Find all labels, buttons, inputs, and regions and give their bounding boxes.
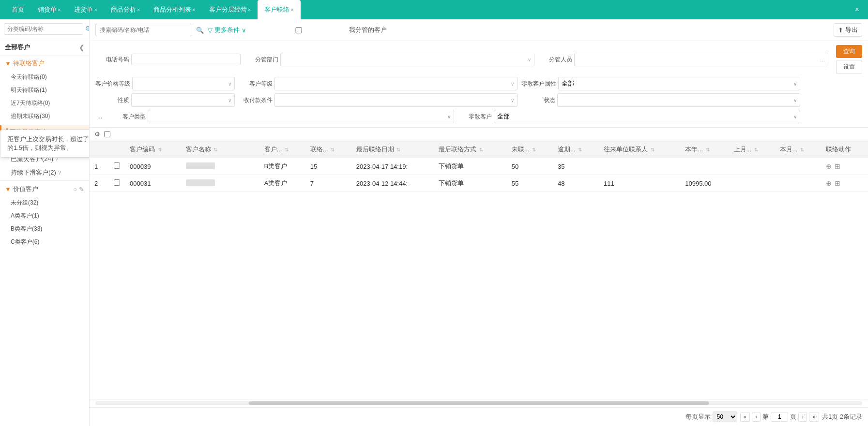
nav-purchase[interactable]: 进货单 × <box>67 0 104 19</box>
sidebar-declining-customers[interactable]: 持续下滑客户(2) ? <box>0 166 89 179</box>
sidebar-c-customers[interactable]: C类客户(6) <box>0 235 89 249</box>
row2-no: 2 <box>90 175 109 192</box>
row1-method-link[interactable]: 下销货单 <box>439 162 464 170</box>
prev-page-btn[interactable]: ‹ <box>752 412 761 422</box>
scroll-thumb[interactable] <box>249 401 709 405</box>
sidebar-a-customers[interactable]: A类客户(1) <box>0 209 89 222</box>
person-label: 分管人员 <box>538 56 572 64</box>
phone-input[interactable] <box>131 54 241 65</box>
filter-row-3: 性质 ∨ 收付款条件 ∨ 状态 <box>95 93 862 107</box>
phone-label: 电话号码 <box>95 56 129 64</box>
sidebar-wait-contact-section[interactable]: ▼ 待联络客户 <box>0 56 89 71</box>
retail-customer-select[interactable]: 全部 ∨ <box>494 110 800 123</box>
col-this-month: 本月... ⇅ <box>775 141 821 158</box>
sidebar-value-customer-group[interactable]: ▼ 价值客户 ○ ✎ <box>0 182 89 196</box>
filter-row-4: ... 客户类型 ∨ 零散客户 全部 ∨ <box>95 110 862 123</box>
row2-link-icon[interactable]: ⊕ <box>826 179 832 187</box>
person-select[interactable]: … <box>574 53 828 66</box>
select-all-checkbox[interactable] <box>104 131 110 137</box>
export-btn[interactable]: ⬆ 导出 <box>834 23 862 37</box>
sidebar-7day-contact[interactable]: 近7天待联络(0) <box>0 97 89 110</box>
sidebar-search-input[interactable] <box>4 23 83 35</box>
nav-product-analysis[interactable]: 商品分析 × <box>104 0 147 19</box>
next-page-btn[interactable]: › <box>798 412 807 422</box>
col-this-year: 本年... ⇅ <box>680 141 729 158</box>
row2-select[interactable] <box>114 179 120 186</box>
row1-checkbox <box>109 158 125 175</box>
value-edit-icon[interactable]: ○ <box>73 186 77 193</box>
sidebar-search-icon[interactable]: 🔍 <box>85 26 90 33</box>
row1-grid-icon[interactable]: ⊞ <box>835 162 840 170</box>
nav-home[interactable]: 首页 <box>5 0 31 19</box>
sidebar-collapse-btn[interactable]: ❮ <box>79 44 84 51</box>
dept-label: 分管部门 <box>244 56 278 64</box>
row1-link-icon[interactable]: ⊕ <box>826 162 832 170</box>
page-label: 第 <box>762 412 769 421</box>
customer-type-select[interactable]: ∨ <box>148 110 454 123</box>
customer-level-select[interactable]: ∨ <box>274 77 518 90</box>
close-sales-tab[interactable]: × <box>58 7 61 13</box>
sidebar-today-contact[interactable]: 今天待联络(0) <box>0 71 89 84</box>
table-settings-icon[interactable]: ⚙ <box>94 131 100 138</box>
payment-select[interactable]: ∨ <box>274 93 518 107</box>
price-level-select[interactable]: ∨ <box>132 77 235 90</box>
total-records: 共1页 2条记录 <box>822 412 862 421</box>
page-input[interactable] <box>771 412 788 422</box>
gender-select[interactable]: ∨ <box>131 93 235 107</box>
close-purchase-tab[interactable]: × <box>94 7 97 13</box>
row1-select[interactable] <box>114 162 120 169</box>
row2-method-link[interactable]: 下销货单 <box>439 179 464 187</box>
nav-customer-contact[interactable]: 客户联络 × <box>258 0 300 19</box>
search-input[interactable] <box>95 24 192 36</box>
query-btn[interactable]: 查询 <box>836 45 862 58</box>
payment-label: 收付款条件 <box>239 96 273 104</box>
value-customer-icons: ○ ✎ <box>73 186 84 193</box>
sidebar-tomorrow-contact[interactable]: 明天待联络(1) <box>0 84 89 97</box>
filter-icon: ▽ <box>208 27 213 34</box>
filter-row-2: 客户价格等级 ∨ 客户等级 ∨ 零散客户属性 全部 <box>95 77 862 90</box>
nav-product-list[interactable]: 商品分析列表 × <box>147 0 202 19</box>
my-customer-checkbox[interactable] <box>250 27 347 33</box>
nav-sales[interactable]: 销货单 × <box>31 0 67 19</box>
sidebar-ungroup[interactable]: 未分组(32) <box>0 196 89 209</box>
row2-last-method: 下销货单 <box>434 175 507 192</box>
window-close-button[interactable]: × <box>851 5 863 14</box>
row2-last-month <box>729 175 775 192</box>
close-product-tab[interactable]: × <box>137 7 140 13</box>
col-last-month: 上月... ⇅ <box>729 141 775 158</box>
tooltip-text: 距客户上次交易时长，超过了此客户的平均交易周期的1.5倍，则视为异常。 <box>7 135 90 151</box>
row1-contact-count: 15 <box>305 158 351 175</box>
last-page-btn[interactable]: » <box>809 412 819 422</box>
retail-attr-select[interactable]: 全部 ∨ <box>558 77 800 90</box>
value-customer-label: 价值客户 <box>13 185 38 193</box>
customer-table: 客户编码 ⇅ 客户名称 ⇅ 客户... ⇅ 联络... <box>90 141 868 192</box>
close-customer-tier-tab[interactable]: × <box>248 7 251 13</box>
filter-dots[interactable]: ... <box>95 113 104 120</box>
first-page-btn[interactable]: « <box>740 412 750 422</box>
sidebar-overdue-contact[interactable]: 逾期未联络(30) <box>0 110 89 123</box>
more-conditions-btn[interactable]: ▽ 更多条件 ∨ <box>208 26 246 34</box>
per-page-select[interactable]: 50 20 100 <box>713 411 737 422</box>
nav-customer-tier[interactable]: 客户分层经营 × <box>202 0 258 19</box>
sidebar-b-customers[interactable]: B类客户(33) <box>0 222 89 235</box>
close-product-list-tab[interactable]: × <box>192 7 195 13</box>
row1-overdue: 35 <box>553 158 599 175</box>
sidebar-search-area: 🔍 <box>0 19 89 39</box>
filter-area: 电话号码 分管部门 ∨ 分管人员 … <box>90 41 868 128</box>
table-row: 2 000031 A类客户 7 2023-04-12 14:44: 下销货单 5… <box>90 175 868 192</box>
row2-grid-icon[interactable]: ⊞ <box>835 179 840 187</box>
horizontal-scroll-area[interactable] <box>90 399 868 407</box>
filter-status: 状态 ∨ <box>521 93 800 107</box>
close-customer-contact-tab[interactable]: × <box>290 7 293 13</box>
last-month-sort-icon: ⇅ <box>754 147 758 152</box>
page-navigation: « ‹ 第 页 › » <box>740 412 819 422</box>
status-arrow-icon: ∨ <box>793 98 797 103</box>
row1-action-btns: ⊕ ⊞ <box>826 162 863 170</box>
filter-phone: 电话号码 <box>95 54 241 65</box>
setting-btn[interactable]: 设置 <box>836 60 862 74</box>
sidebar-all-customers-header: 全部客户 ❮ <box>0 39 89 56</box>
value-add-icon[interactable]: ✎ <box>79 186 84 193</box>
search-icon[interactable]: 🔍 <box>196 27 204 34</box>
dept-select[interactable]: ∨ <box>280 53 534 66</box>
status-select[interactable]: ∨ <box>557 93 800 107</box>
